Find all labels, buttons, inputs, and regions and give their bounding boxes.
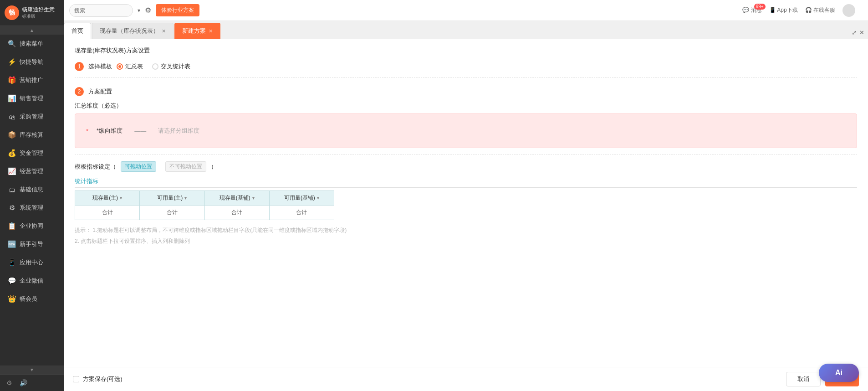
sidebar-item-label-search: 搜索菜单	[20, 40, 43, 48]
audio-icon[interactable]: 🔊	[20, 379, 27, 386]
tip-line: 提示： 1.拖动标题栏可以调整布局，不可跨维度或指标区域拖动栏目字段(只能在同一…	[75, 226, 857, 236]
template-indicator-row: 模板指标设定（ 可拖动位置 不可拖动位置 ）	[75, 161, 857, 172]
app-download-btn[interactable]: 📱 App下载	[769, 6, 798, 14]
sidebar-item-label-enterprise: 企业协同	[20, 222, 43, 230]
table-header[interactable]: 现存量(主)▾	[75, 191, 140, 206]
section2-header: 2 方案配置	[75, 87, 857, 96]
chevron-down-icon[interactable]: ▾	[317, 196, 319, 201]
table-header[interactable]: 现存量(基辅)▾	[204, 191, 269, 206]
section-plan-config: 2 方案配置 汇总维度（必选） * *纵向维度 —— 请选择分组维度 模板指标设…	[75, 87, 857, 246]
gear-icon[interactable]: ⚙	[145, 6, 151, 15]
system-icon: ⚙	[8, 204, 16, 212]
chevron-down-icon[interactable]: ▾	[252, 196, 255, 201]
radio-cross-circle	[152, 63, 158, 70]
cancel-button[interactable]: 取消	[786, 372, 821, 386]
section-choose-template: 1 选择模板 汇总表 交叉统计表	[75, 62, 857, 78]
content-area: 现存量(库存状况表)方案设置 1 选择模板 汇总表 交叉统计表	[64, 39, 868, 367]
avatar[interactable]	[842, 4, 855, 17]
required-star: *	[86, 128, 88, 134]
messages-btn[interactable]: 💬 消息 99+	[742, 6, 761, 14]
dim-placeholder: 请选择分组维度	[158, 127, 199, 135]
ai-fab-label: Ai	[835, 369, 842, 377]
section2-number: 2	[75, 87, 84, 96]
stats-section: 统计指标 现存量(主)▾可用量(主)▾现存量(基辅)▾可用量(基辅)▾ 合计合计…	[75, 177, 857, 220]
sidebar-item-enterprise[interactable]: 📋企业协同	[0, 217, 64, 235]
template-indicator-suffix: ）	[211, 163, 217, 171]
tab-inventory-close-icon[interactable]: ✕	[162, 28, 166, 34]
topbar-dropdown-btn[interactable]: ▾	[138, 7, 140, 14]
tab-expand-btn[interactable]: ⤢ ✕	[852, 29, 864, 39]
messages-badge: 99+	[754, 4, 766, 10]
headset-icon: 🎧	[805, 7, 812, 13]
save-checkbox[interactable]	[73, 376, 79, 382]
bottom-left: 方案保存(可选)	[73, 375, 123, 383]
sidebar-bottom: ⚙ 🔊	[0, 374, 64, 391]
marketing-icon: 🎁	[8, 76, 16, 84]
sidebar-item-system[interactable]: ⚙系统管理	[0, 199, 64, 217]
sidebar-item-label-quick-nav: 快捷导航	[20, 58, 43, 66]
sidebar-item-label-wechat: 企业微信	[20, 277, 43, 285]
template-radio-group: 汇总表 交叉统计表	[117, 62, 190, 71]
sidebar-item-purchase[interactable]: 🛍采购管理	[0, 108, 64, 126]
sidebar-item-label-finance: 资金管理	[20, 149, 43, 157]
tab-inventory-status[interactable]: 现存量（库存状况表） ✕	[92, 23, 174, 39]
radio-summary[interactable]: 汇总表	[117, 62, 143, 71]
online-service-btn[interactable]: 🎧 在线客服	[805, 6, 835, 14]
sidebar-scroll-down[interactable]: ▼	[0, 365, 64, 374]
chevron-down-icon[interactable]: ▾	[120, 196, 122, 201]
sidebar-item-inventory[interactable]: 📦库存核算	[0, 126, 64, 144]
industry-btn[interactable]: 体验行业方案	[156, 4, 199, 16]
movable-badge: 可拖动位置	[121, 161, 156, 172]
sidebar-item-label-inventory: 库存核算	[20, 131, 43, 139]
messages-icon: 💬	[742, 7, 749, 13]
search-input[interactable]	[69, 4, 133, 17]
sidebar-item-label-system: 系统管理	[20, 204, 43, 212]
template-indicator-label: 模板指标设定（	[75, 163, 116, 171]
tab-home[interactable]: 首页	[64, 23, 91, 39]
ai-fab-button[interactable]: Ai	[819, 364, 859, 382]
table-header[interactable]: 可用量(主)▾	[140, 191, 204, 206]
sidebar-item-search[interactable]: 🔍搜索菜单	[0, 35, 64, 53]
table-header[interactable]: 可用量(基辅)▾	[269, 191, 334, 206]
operation-icon: 📈	[8, 167, 16, 175]
base-info-icon: 🗂	[8, 185, 16, 194]
sidebar-item-base-info[interactable]: 🗂基础信息	[0, 180, 64, 199]
vertical-dim-label: *纵向维度	[97, 127, 123, 135]
tip-section: 提示： 1.拖动标题栏可以调整布局，不可跨维度或指标区域拖动栏目字段(只能在同一…	[75, 226, 857, 246]
sidebar-item-label-purchase: 采购管理	[20, 113, 43, 121]
tabbar: 首页 现存量（库存状况表） ✕ 新建方案 ✕ ⤢ ✕	[64, 21, 868, 39]
vip-icon: 👑	[8, 295, 16, 303]
sidebar-item-vip[interactable]: 👑畅会员	[0, 290, 64, 308]
sidebar-item-sales[interactable]: 📊销售管理	[0, 89, 64, 108]
bottom-bar: 方案保存(可选) 取消 查询	[64, 367, 868, 391]
logo-icon: 畅	[5, 5, 19, 20]
sidebar-item-quick-nav[interactable]: ⚡快捷导航	[0, 53, 64, 71]
summary-dim-label: 汇总维度（必选）	[75, 102, 857, 110]
radio-cross[interactable]: 交叉统计表	[152, 62, 190, 71]
vertical-dim-box[interactable]: * *纵向维度 —— 请选择分组维度	[75, 113, 857, 148]
sidebar-item-app-center[interactable]: 📱应用中心	[0, 253, 64, 272]
sidebar-item-finance[interactable]: 💰资金管理	[0, 144, 64, 162]
table-cell: 合计	[204, 206, 269, 220]
sidebar-item-marketing[interactable]: 🎁营销推广	[0, 71, 64, 89]
finance-icon: 💰	[8, 149, 16, 157]
settings-icon[interactable]: ⚙	[6, 379, 12, 386]
table-row: 合计合计合计合计	[75, 206, 334, 220]
tab-new-plan-close-icon[interactable]: ✕	[209, 28, 213, 34]
download-icon: 📱	[769, 7, 776, 13]
table-header-row: 现存量(主)▾可用量(主)▾现存量(基辅)▾可用量(基辅)▾	[75, 191, 334, 206]
enterprise-icon: 📋	[8, 222, 16, 230]
chevron-down-icon[interactable]: ▾	[184, 196, 187, 201]
sidebar-item-wechat[interactable]: 💬企业微信	[0, 272, 64, 290]
stats-table: 现存量(主)▾可用量(主)▾现存量(基辅)▾可用量(基辅)▾ 合计合计合计合计	[75, 190, 334, 220]
sidebar-item-operation[interactable]: 📈经营管理	[0, 162, 64, 180]
sidebar-item-new-guide[interactable]: 🆕新手引导	[0, 235, 64, 253]
fixed-badge: 不可拖动位置	[165, 161, 206, 172]
dim-dash: ——	[134, 128, 146, 134]
tab-new-plan[interactable]: 新建方案 ✕	[174, 23, 220, 39]
sidebar-scroll-up[interactable]: ▲	[0, 26, 64, 35]
wechat-icon: 💬	[8, 277, 16, 285]
sidebar-logo: 畅 畅康通好生意 标准版	[0, 0, 64, 26]
stats-section-title: 统计指标	[75, 177, 857, 188]
sidebar: 畅 畅康通好生意 标准版 ▲ 🔍搜索菜单⚡快捷导航🎁营销推广📊销售管理🛍采购管理…	[0, 0, 64, 391]
